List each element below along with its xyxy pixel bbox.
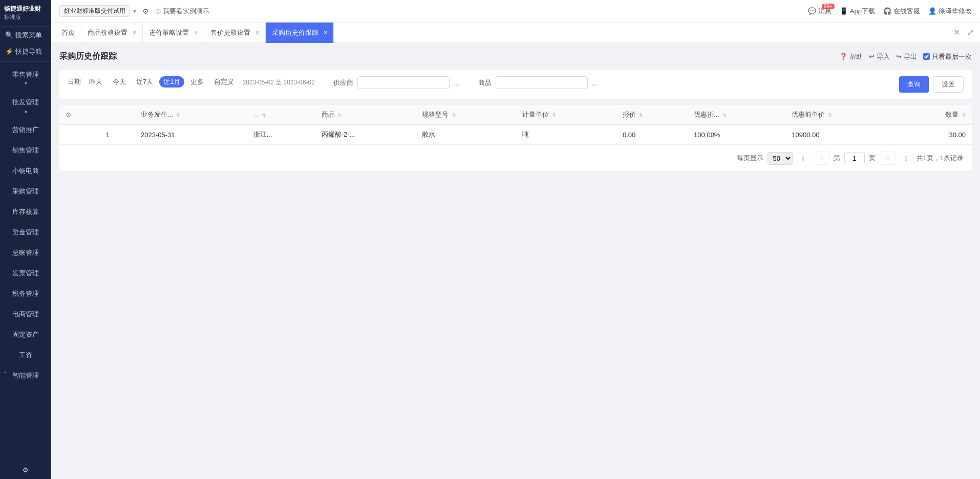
last-only-checkbox[interactable] (923, 53, 930, 60)
service-btn[interactable]: 🎧 在线客服 (883, 7, 920, 16)
date-btn-today[interactable]: 今天 (109, 76, 130, 88)
row-spec: 散水 (416, 125, 516, 145)
date-btn-last1m[interactable]: 近1月 (159, 76, 184, 88)
gear-icon[interactable]: ⚙ (66, 111, 72, 119)
sidebar-item-wholesale[interactable]: 批发管理 ▴ (0, 92, 51, 119)
sidebar-item-smart[interactable]: 智能管理 (0, 365, 51, 385)
date-btn-yesterday[interactable]: 昨天 (85, 76, 106, 88)
sidebar-item-marketing[interactable]: 营销推广 (0, 119, 51, 140)
page-title: 采购历史价跟踪 (59, 51, 117, 62)
sidebar-item-sales[interactable]: 销售管理 (0, 140, 51, 160)
filter-date-group: 日期 昨天 今天 近7天 近1月 更多 自定义 2023-05-02 至 202… (68, 76, 315, 88)
col-product[interactable]: 商品 ⇅ (315, 105, 416, 125)
supplier-input[interactable] (357, 76, 450, 89)
query-button[interactable]: 查询 (899, 76, 929, 93)
next-page-btn[interactable]: ＞ (880, 151, 896, 165)
sort-icon-biz-date[interactable]: ⇅ (176, 112, 180, 118)
tab-close-btn[interactable]: ✕ (951, 26, 962, 39)
sidebar-item-ecom[interactable]: 电商管理 (0, 303, 51, 324)
sort-icon-unit[interactable]: ⇅ (552, 112, 556, 118)
col-product-label: 商品 (322, 111, 335, 118)
topbar-settings-icon[interactable]: ⚙ (142, 7, 149, 15)
total-info: 共1页，1条记录 (917, 154, 964, 163)
sort-icon-pre-discount-price[interactable]: ⇅ (828, 112, 832, 118)
filter-bar: 日期 昨天 今天 近7天 近1月 更多 自定义 2023-05-02 至 202… (59, 70, 972, 99)
col-more[interactable]: ... ⇅ (247, 105, 315, 125)
product-input[interactable] (496, 76, 588, 89)
sidebar-item-assets[interactable]: 固定资产 (0, 324, 51, 344)
help-icon: ❓ (839, 53, 847, 60)
row-supplier: 浙江... (247, 125, 315, 145)
sidebar-nav[interactable]: ⚡ 快捷导航 (0, 44, 51, 59)
row-product: 丙烯酸-2-... (315, 125, 416, 145)
sidebar-item-invoice[interactable]: 发票管理 (0, 263, 51, 283)
col-spec[interactable]: 规格型号 ⇅ (416, 105, 516, 125)
app-download-btn[interactable]: 📱 App下载 (840, 7, 875, 16)
sidebar-item-tax[interactable]: 税务管理 (0, 283, 51, 303)
table-row[interactable]: 1 2023-05-31 浙江... 丙烯酸-2-... 散水 吨 0.00 1… (59, 125, 972, 145)
tab-purchase-strategy[interactable]: 进价策略设置 × (143, 23, 204, 43)
sidebar-item-ecom-small[interactable]: 小畅电商 (0, 160, 51, 181)
col-pre-discount-price[interactable]: 优惠前单价 ⇅ (785, 105, 900, 125)
user-btn[interactable]: 👤 徐泽华修改 (928, 7, 972, 16)
tab-sale-extract-close[interactable]: × (255, 29, 259, 36)
page-unit: 页 (869, 154, 876, 163)
sort-icon-more[interactable]: ⇅ (262, 113, 266, 118)
filter-supplier-group: 供应商 ... (333, 76, 460, 89)
date-btn-custom[interactable]: 自定义 (210, 76, 238, 88)
sidebar-item-inventory[interactable]: 库存核算 (0, 201, 51, 222)
sidebar-item-purchase[interactable]: 采购管理 (0, 181, 51, 201)
col-discount-label: 优惠折... (694, 111, 719, 118)
last-only-checkbox-label[interactable]: 只看最后一次 (923, 52, 972, 61)
col-qty[interactable]: 数量 ⇅ (901, 105, 972, 125)
message-btn[interactable]: 💬 消息 99+ (808, 7, 832, 16)
sidebar-bottom-gear[interactable]: ⚙ (0, 461, 51, 479)
tab-price-close[interactable]: × (133, 29, 136, 36)
tab-price[interactable]: 商品价格设置 × (81, 23, 143, 43)
sort-icon-product[interactable]: ⇅ (337, 112, 342, 118)
tab-purchase-strategy-close[interactable]: × (194, 29, 198, 36)
date-btn-more[interactable]: 更多 (186, 76, 208, 88)
sidebar-item-retail[interactable]: 零售管理 ▾ (0, 64, 51, 92)
sidebar-item-salary[interactable]: 工资 (0, 344, 51, 365)
pagination: 每页显示 50 ⟪ ＜ 第 页 ＞ ⟫ 共1页，1条记录 (59, 145, 972, 171)
col-biz-date[interactable]: 业务发生... ⇅ (135, 105, 247, 125)
supplier-dots[interactable]: ... (454, 79, 460, 87)
first-page-btn[interactable]: ⟪ (797, 153, 809, 164)
topbar-demo-btn[interactable]: 我要看实例演示 (155, 7, 209, 16)
product-dots[interactable]: ... (592, 79, 598, 87)
settings-button[interactable]: 设置 (933, 76, 964, 93)
sort-icon-spec[interactable]: ⇅ (452, 112, 456, 118)
row-discount: 100.00% (688, 125, 785, 145)
tab-home[interactable]: 首页 (55, 23, 81, 43)
chevron-down-icon[interactable]: ▾ (133, 8, 136, 15)
import-link[interactable]: ↩ 导入 (869, 52, 890, 61)
col-discount[interactable]: 优惠折... ⇅ (688, 105, 785, 125)
tab-sale-extract-label: 售价提取设置 (210, 28, 250, 37)
sidebar-item-finance[interactable]: 资金管理 (0, 222, 51, 242)
supplier-label: 供应商 (333, 78, 353, 88)
export-link[interactable]: ↪ 导出 (896, 52, 917, 61)
user-icon: 👤 (928, 7, 936, 15)
sort-icon-quote[interactable]: ⇅ (639, 112, 643, 118)
export-icon: ↪ (896, 53, 902, 60)
col-unit[interactable]: 计量单位 ⇅ (516, 105, 616, 125)
col-biz-date-label: 业务发生... (141, 111, 173, 118)
tab-fullscreen-btn[interactable]: ⤢ (965, 26, 976, 39)
date-btn-last7[interactable]: 近7天 (132, 76, 157, 88)
sort-icon-qty[interactable]: ⇅ (962, 112, 966, 118)
col-quote[interactable]: 报价 ⇅ (616, 105, 688, 125)
app-logo-title: 畅捷通好业财 (4, 5, 47, 13)
col-gear[interactable]: ⚙ (59, 105, 100, 125)
sidebar-search[interactable]: 🔍 搜索菜单 (0, 27, 51, 44)
page-input[interactable] (844, 153, 865, 164)
per-page-select[interactable]: 50 (768, 152, 793, 165)
prev-page-btn[interactable]: ＜ (814, 151, 829, 165)
sort-icon-discount[interactable]: ⇅ (722, 112, 727, 118)
tab-sale-extract[interactable]: 售价提取设置 × (204, 23, 266, 43)
sidebar-item-general[interactable]: 总账管理 (0, 242, 51, 263)
tab-purchase-history[interactable]: 采购历史价跟踪 × (266, 23, 334, 43)
tab-purchase-history-close[interactable]: × (324, 29, 327, 36)
last-page-btn[interactable]: ⟫ (900, 153, 912, 164)
help-link[interactable]: ❓ 帮助 (839, 52, 863, 61)
